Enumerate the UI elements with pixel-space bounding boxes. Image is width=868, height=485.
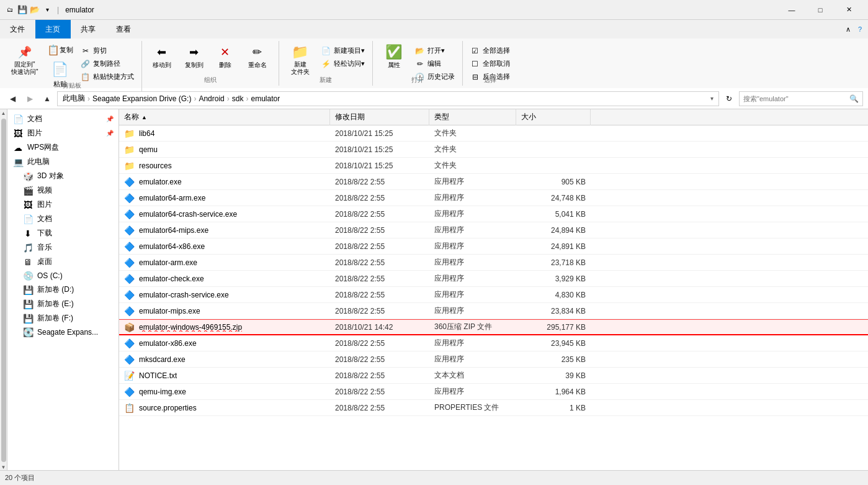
col-header-type[interactable]: 类型	[429, 109, 516, 125]
copy-path-button[interactable]: 🔗 复制路径	[78, 58, 136, 70]
sidebar-item-edrive[interactable]: 💾 新加卷 (E:)	[7, 297, 119, 311]
search-input[interactable]	[743, 95, 849, 102]
address-dropdown-icon[interactable]: ▾	[710, 95, 714, 102]
videos-icon: 🎬	[22, 186, 34, 196]
table-row[interactable]: 🔷 emulator64-arm.exe 2018/8/22 2:55 应用程序…	[119, 190, 868, 206]
help-btn[interactable]: ?	[854, 24, 866, 34]
dropdown-icon[interactable]: ▾	[42, 5, 52, 15]
file-type-cell: 应用程序	[429, 193, 516, 203]
sidebar-item-documents[interactable]: 📄 文档 📌	[7, 112, 119, 126]
table-row[interactable]: 🔷 emulator64-mips.exe 2018/8/22 2:55 应用程…	[119, 222, 868, 238]
table-row[interactable]: 🔷 qemu-img.exe 2018/8/22 2:55 应用程序 1,964…	[119, 384, 868, 400]
table-row[interactable]: 📁 lib64 2018/10/21 15:25 文件夹	[119, 125, 868, 142]
save-icon[interactable]: 💾	[17, 5, 27, 15]
ribbon-collapse-btn[interactable]: ∧	[842, 24, 854, 35]
table-row[interactable]: 🔷 emulator-x86.exe 2018/8/22 2:55 应用程序 2…	[119, 335, 868, 351]
file-date-cell: 2018/8/22 2:55	[330, 388, 429, 396]
sidebar-item-images[interactable]: 🖼 图片	[7, 197, 119, 212]
forward-button[interactable]: ▶	[22, 91, 37, 106]
folder-icon-tb[interactable]: 📂	[30, 5, 40, 15]
table-row[interactable]: 🔷 emulator-crash-service.exe 2018/8/22 2…	[119, 287, 868, 303]
edit-button[interactable]: ✏ 编辑	[413, 58, 457, 70]
select-all-button[interactable]: ☑ 全部选择	[468, 45, 512, 57]
table-row[interactable]: 🔷 emulator64-crash-service.exe 2018/8/22…	[119, 206, 868, 222]
table-row[interactable]: 📁 qemu 2018/10/21 15:25 文件夹	[119, 142, 868, 158]
path-pc[interactable]: 此电脑	[63, 93, 85, 104]
tab-home[interactable]: 主页	[35, 20, 71, 39]
file-size-cell: 23,945 KB	[516, 339, 591, 348]
organize-label: 组织	[142, 76, 279, 84]
table-row[interactable]: 📋 source.properties 2018/8/22 2:55 PROPE…	[119, 400, 868, 416]
sidebar-item-downloads[interactable]: ⬇ 下载	[7, 226, 119, 240]
cut-button[interactable]: ✂ 剪切	[78, 45, 136, 57]
table-row[interactable]: 🔷 emulator-arm.exe 2018/8/22 2:55 应用程序 2…	[119, 255, 868, 271]
file-name-text: emulator-windows-4969155.zip	[139, 323, 242, 332]
path-seagate[interactable]: Seagate Expansion Drive (G:)	[92, 94, 191, 103]
col-header-name[interactable]: 名称 ▲	[119, 109, 330, 125]
refresh-button[interactable]: ↻	[722, 91, 736, 106]
delete-button[interactable]: ✕ 删除	[212, 42, 239, 71]
sidebar-item-thispc[interactable]: 💻 此电脑	[7, 155, 119, 169]
file-name-cell: 📦 emulator-windows-4969155.zip	[119, 322, 330, 332]
path-android[interactable]: Android	[199, 94, 224, 103]
close-button[interactable]: ✕	[834, 0, 863, 20]
col-header-size[interactable]: 大小	[516, 109, 591, 125]
table-row[interactable]: 📦 emulator-windows-4969155.zip 2018/10/2…	[119, 319, 868, 335]
sidebar-scroll-down[interactable]: ▼	[1, 465, 6, 470]
sidebar-item-seagate[interactable]: 💽 Seagate Expans...	[7, 325, 119, 339]
file-date-cell: 2018/8/22 2:55	[330, 194, 429, 202]
sidebar-item-osc[interactable]: 💿 OS (C:)	[7, 269, 119, 283]
sidebar-item-music[interactable]: 🎵 音乐	[7, 240, 119, 255]
table-row[interactable]: 🔷 mksdcard.exe 2018/8/22 2:55 应用程序 235 K…	[119, 351, 868, 368]
file-date-cell: 2018/8/22 2:55	[330, 178, 429, 186]
sidebar-item-fdrive[interactable]: 💾 新加卷 (F:)	[7, 311, 119, 325]
file-date-cell: 2018/8/22 2:55	[330, 258, 429, 267]
path-emulator[interactable]: emulator	[251, 94, 280, 103]
file-icon: 📁	[124, 145, 135, 155]
search-icon[interactable]: 🔍	[849, 94, 859, 103]
properties-button[interactable]: ✅ 属性	[378, 42, 410, 71]
sidebar-scroll-up[interactable]: ▲	[1, 111, 6, 116]
move-to-button[interactable]: ⬅ 移动到	[147, 42, 177, 71]
file-size-cell: 23,718 KB	[516, 258, 591, 267]
up-button[interactable]: ▲	[40, 91, 55, 106]
rename-button[interactable]: ✏ 重命名	[241, 42, 274, 71]
pin-button[interactable]: 📌 固定到"快速访问"	[7, 42, 42, 77]
sidebar-item-desktop[interactable]: 🖥 桌面	[7, 255, 119, 269]
copy-button[interactable]: 📋 复制	[45, 42, 76, 57]
select-none-button[interactable]: ☐ 全部取消	[468, 58, 512, 70]
pictures-pin: 📌	[106, 130, 114, 137]
path-sdk[interactable]: sdk	[232, 94, 244, 103]
sidebar-item-wps[interactable]: ☁ WPS网盘	[7, 140, 119, 155]
col-header-date[interactable]: 修改日期	[330, 109, 429, 125]
file-size-cell: 5,041 KB	[516, 210, 591, 219]
back-button[interactable]: ◀	[5, 91, 20, 106]
tab-share[interactable]: 共享	[71, 20, 106, 39]
sidebar-item-docs2[interactable]: 📄 文档	[7, 212, 119, 226]
maximize-button[interactable]: □	[806, 0, 834, 20]
sidebar-item-ddrive[interactable]: 💾 新加卷 (D:)	[7, 283, 119, 297]
tab-view[interactable]: 查看	[106, 20, 141, 39]
file-name-cell: 📋 source.properties	[119, 403, 330, 413]
table-row[interactable]: 🔷 emulator-check.exe 2018/8/22 2:55 应用程序…	[119, 271, 868, 287]
table-row[interactable]: 🔷 emulator64-x86.exe 2018/8/22 2:55 应用程序…	[119, 238, 868, 255]
copy-to-button[interactable]: ➡ 复制到	[179, 42, 209, 71]
sidebar-item-3dobjects[interactable]: 🎲 3D 对象	[7, 169, 119, 183]
table-row[interactable]: 🔷 emulator-mips.exe 2018/8/22 2:55 应用程序 …	[119, 303, 868, 319]
sidebar-item-pictures[interactable]: 🖼 图片 📌	[7, 126, 119, 140]
table-row[interactable]: 📝 NOTICE.txt 2018/8/22 2:55 文本文档 39 KB	[119, 368, 868, 384]
new-item-button[interactable]: 📄 新建项目▾	[319, 45, 367, 57]
sidebar-scrollbar-thumb[interactable]	[1, 119, 6, 462]
file-size-cell: 905 KB	[516, 178, 591, 186]
easy-access-button[interactable]: ⚡ 轻松访问▾	[319, 58, 367, 70]
table-row[interactable]: 📁 resources 2018/10/21 15:25 文件夹	[119, 158, 868, 174]
address-path[interactable]: 此电脑 › Seagate Expansion Drive (G:) › And…	[57, 91, 719, 106]
open-button[interactable]: 📂 打开▾	[413, 45, 457, 57]
minimize-button[interactable]: —	[777, 0, 806, 20]
sort-icon: ▲	[141, 114, 147, 120]
tab-file[interactable]: 文件	[0, 20, 35, 39]
sidebar-item-videos[interactable]: 🎬 视频	[7, 183, 119, 197]
new-folder-button[interactable]: 📁 新建文件夹	[284, 42, 316, 77]
table-row[interactable]: 🔷 emulator.exe 2018/8/22 2:55 应用程序 905 K…	[119, 174, 868, 190]
col-date-label: 修改日期	[335, 112, 365, 122]
